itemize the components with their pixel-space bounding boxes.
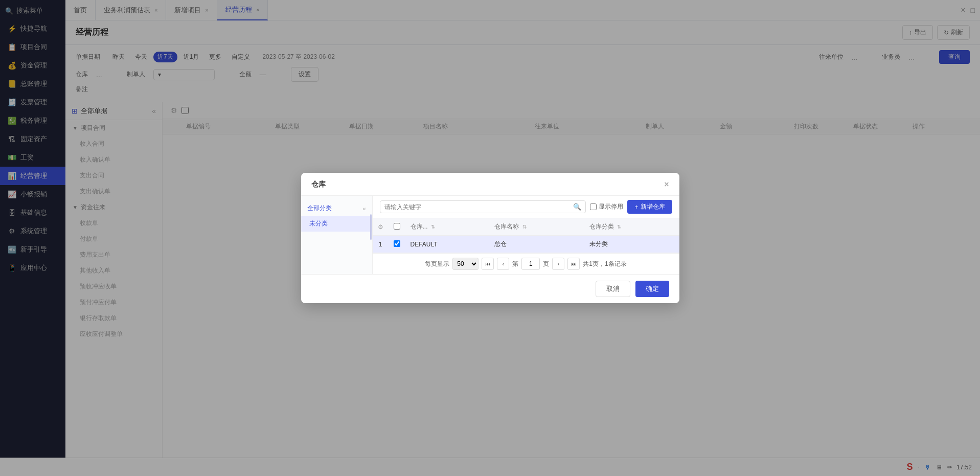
modal-total-label: 共1页，1条记录 [583,260,626,268]
modal-last-page-btn[interactable]: ⏭ [567,258,580,270]
modal-sidebar: 全部分类 « 未分类 [301,196,373,274]
modal-sidebar-all-categories[interactable]: 全部分类 « [301,201,372,216]
confirm-button[interactable]: 确定 [635,281,669,297]
col-gear-icon[interactable]: ⚙ [378,223,383,231]
th-select [389,218,405,236]
modal-page-label: 页 [543,260,549,268]
modal-next-page-btn[interactable]: › [552,258,564,270]
modal-search-input[interactable] [384,203,571,211]
modal-first-page-btn[interactable]: ⏮ [482,258,494,270]
sort-arrows-code: ⇅ [431,224,435,230]
row-category: 未分类 [584,236,679,253]
add-icon: + [634,203,638,211]
modal-close-button[interactable]: × [664,180,669,189]
sort-arrows-category: ⇅ [617,224,621,230]
modal-main: 🔍 显示停用 + 新增仓库 [373,196,679,274]
uncategorized-label: 未分类 [309,220,328,227]
th-warehouse-category[interactable]: 仓库分类 ⇅ [584,218,679,236]
modal-toolbar: 🔍 显示停用 + 新增仓库 [373,196,679,218]
row-code: DEFAULT [405,236,490,253]
show-disabled-checkbox[interactable] [590,203,597,210]
th-warehouse-code-label: 仓库... [411,223,428,230]
modal-page-input[interactable] [521,258,540,270]
modal-header: 仓库 × [301,173,679,196]
sort-arrows-name: ⇅ [522,224,527,230]
modal-pagination: 每页显示 50 100 ⏮ ‹ 第 页 › ⏭ 共1页，1条记录 [373,253,679,274]
modal-search-icon: 🔍 [573,203,581,211]
modal-title: 仓库 [311,180,326,189]
modal-table: ⚙ 仓库... ⇅ 仓库名称 [373,218,679,253]
add-warehouse-label: 新增仓库 [641,202,665,211]
modal-actions: 取消 确定 [301,274,679,303]
row-checkbox[interactable] [394,240,400,247]
th-warehouse-category-label: 仓库分类 [589,223,614,230]
cancel-button[interactable]: 取消 [596,281,630,297]
modal-table-wrap: ⚙ 仓库... ⇅ 仓库名称 [373,218,679,253]
sidebar-scrollbar [370,214,372,240]
row-num: 1 [373,236,389,253]
show-disabled-label: 显示停用 [599,202,623,211]
th-warehouse-name[interactable]: 仓库名称 ⇅ [489,218,584,236]
th-warehouse-name-label: 仓库名称 [494,223,519,230]
row-checkbox-cell[interactable] [389,236,405,253]
modal-search-box[interactable]: 🔍 [380,200,586,213]
modal-prev-page-btn[interactable]: ‹ [497,258,509,270]
all-categories-label: 全部分类 [307,204,332,213]
modal-per-page-label: 每页显示 [425,260,449,268]
show-disabled-checkbox-label[interactable]: 显示停用 [590,202,623,211]
th-select-all-checkbox[interactable] [394,223,400,230]
modal-table-body: 1 DEFAULT 总仓 未分类 [373,236,679,253]
warehouse-modal: 仓库 × 全部分类 « 未分类 [301,173,679,303]
add-warehouse-button[interactable]: + 新增仓库 [627,200,672,214]
modal-body: 全部分类 « 未分类 🔍 [301,196,679,274]
modal-page-label-before: 第 [512,260,518,268]
modal-overlay: 仓库 × 全部分类 « 未分类 [0,0,980,476]
th-gear: ⚙ [373,218,389,236]
sidebar-collapse-icon[interactable]: « [362,206,366,212]
table-row[interactable]: 1 DEFAULT 总仓 未分类 [373,236,679,253]
th-warehouse-code[interactable]: 仓库... ⇅ [405,218,490,236]
modal-table-head: ⚙ 仓库... ⇅ 仓库名称 [373,218,679,236]
modal-sidebar-uncategorized[interactable]: 未分类 [301,216,372,232]
modal-per-page-select[interactable]: 50 100 [452,258,478,270]
row-name: 总仓 [489,236,584,253]
